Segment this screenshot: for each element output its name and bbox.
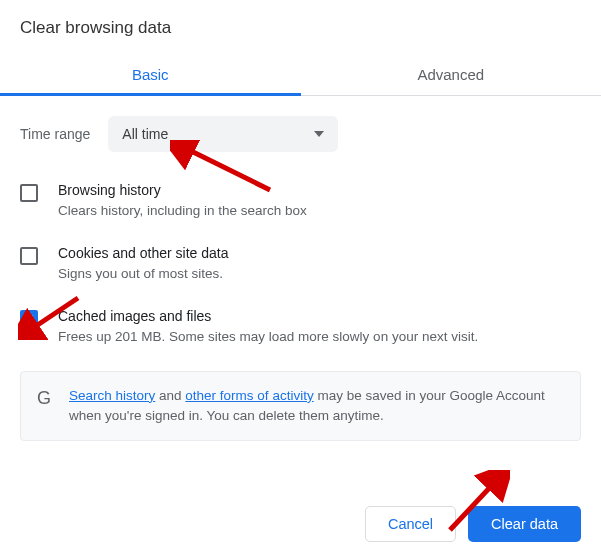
time-range-select[interactable]: All time bbox=[108, 116, 338, 152]
clear-data-button[interactable]: Clear data bbox=[468, 506, 581, 542]
option-title: Browsing history bbox=[58, 182, 581, 198]
option-cached: ✓ Cached images and files Frees up 201 M… bbox=[20, 308, 581, 347]
option-cookies: Cookies and other site data Signs you ou… bbox=[20, 245, 581, 284]
clear-browsing-data-dialog: Clear browsing data Basic Advanced Time … bbox=[0, 0, 601, 441]
dialog-title: Clear browsing data bbox=[20, 18, 581, 38]
dialog-buttons: Cancel Clear data bbox=[365, 506, 581, 542]
checkbox-cached[interactable]: ✓ bbox=[20, 310, 38, 328]
chevron-down-icon bbox=[314, 131, 324, 137]
tabs: Basic Advanced bbox=[0, 56, 601, 96]
option-desc: Frees up 201 MB. Some sites may load mor… bbox=[58, 328, 581, 347]
tab-advanced[interactable]: Advanced bbox=[301, 56, 602, 95]
info-text: Search history and other forms of activi… bbox=[69, 386, 564, 427]
option-desc: Signs you out of most sites. bbox=[58, 265, 581, 284]
link-search-history[interactable]: Search history bbox=[69, 388, 155, 403]
checkmark-icon: ✓ bbox=[23, 312, 35, 326]
option-browsing-history: Browsing history Clears history, includi… bbox=[20, 182, 581, 221]
option-desc: Clears history, including in the search … bbox=[58, 202, 581, 221]
tab-content: Time range All time Browsing history Cle… bbox=[20, 96, 581, 441]
checkbox-browsing-history[interactable] bbox=[20, 184, 38, 202]
time-range-label: Time range bbox=[20, 126, 90, 142]
time-range-value: All time bbox=[122, 126, 168, 142]
time-range-row: Time range All time bbox=[20, 116, 581, 152]
tab-basic[interactable]: Basic bbox=[0, 56, 301, 95]
option-title: Cookies and other site data bbox=[58, 245, 581, 261]
cancel-button[interactable]: Cancel bbox=[365, 506, 456, 542]
checkbox-cookies[interactable] bbox=[20, 247, 38, 265]
google-account-info: G Search history and other forms of acti… bbox=[20, 371, 581, 442]
google-g-icon: G bbox=[37, 388, 51, 409]
option-title: Cached images and files bbox=[58, 308, 581, 324]
link-other-activity[interactable]: other forms of activity bbox=[185, 388, 313, 403]
